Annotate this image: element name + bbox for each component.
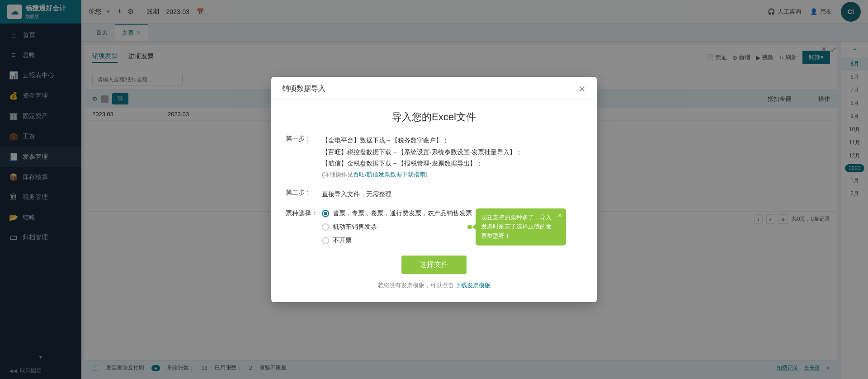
step1-content: 【全电平台】数据下载→【税务数字账户】； 【百旺】税控盘数据下载→【系统设置-系… (322, 135, 522, 180)
radio-motor[interactable]: 机动车销售发票 现在支持的票种多了，导入发票时别忘了选择正确的发票类型呀！ ✕ (322, 223, 472, 231)
step1-hint: (详细操作见百旺/航信发票数据下载指南) (322, 169, 522, 180)
radio-normal[interactable]: 普票，专票，卷票，通行费发票，农产品销售发票 (322, 209, 472, 218)
modal-step2-row: 第二步： 直接导入文件，无需整理 (286, 189, 582, 200)
radio-normal-circle (322, 210, 329, 217)
modal-close-btn[interactable]: ✕ (578, 85, 586, 94)
select-file-btn[interactable]: 选择文件 (401, 256, 467, 274)
radio-motor-circle (322, 223, 329, 231)
radio-group: 普票，专票，卷票，通行费发票，农产品销售发票 机动车销售发票 (322, 209, 472, 245)
tooltip-text: 现在支持的票种多了，导入发票时别忘了选择正确的发票类型呀！ (481, 213, 552, 239)
step2-content: 直接导入文件，无需整理 (322, 189, 392, 200)
tooltip-arrow (472, 224, 476, 230)
modal-body: 导入您的Excel文件 第一步： 【全电平台】数据下载→【税务数字账户】； 【百… (271, 99, 597, 302)
radio-motor-label: 机动车销售发票 (333, 223, 377, 231)
modal-excel-title: 导入您的Excel文件 (286, 110, 582, 124)
modal-footer-hint: 若您没有发票模版，可以点击 下载发票模版 (286, 281, 582, 289)
step1-line3: 【航信】金税盘数据下载→【报税管理-发票数据导出】； (322, 158, 522, 169)
tooltip-container: 现在支持的票种多了，导入发票时别忘了选择正确的发票类型呀！ ✕ (476, 208, 566, 245)
modal-overlay: 销项数据导入 ✕ 导入您的Excel文件 第一步： 【全电平台】数据下载→【税务… (0, 0, 868, 379)
ticket-selection: 票种选择： 普票，专票，卷票，通行费发票，农产品销售发票 机动车销售发票 (286, 209, 582, 245)
radio-normal-label: 普票，专票，卷票，通行费发票，农产品销售发票 (333, 209, 472, 218)
ticket-row: 票种选择： 普票，专票，卷票，通行费发票，农产品销售发票 机动车销售发票 (286, 209, 582, 245)
modal-step1: 第一步： 【全电平台】数据下载→【税务数字账户】； 【百旺】税控盘数据下载→【系… (286, 135, 582, 180)
tooltip-close-btn[interactable]: ✕ (557, 211, 562, 220)
radio-none[interactable]: 不开票 (322, 237, 472, 245)
tooltip-bubble: 现在支持的票种多了，导入发票时别忘了选择正确的发票类型呀！ ✕ (476, 208, 566, 245)
modal-header: 销项数据导入 ✕ (271, 77, 597, 99)
step1-label: 第一步： (286, 135, 318, 180)
step1-line1: 【全电平台】数据下载→【税务数字账户】； (322, 135, 522, 146)
modal-step1-row: 第一步： 【全电平台】数据下载→【税务数字账户】； 【百旺】税控盘数据下载→【系… (286, 135, 582, 180)
step2-label: 第二步： (286, 189, 318, 200)
ticket-label: 票种选择： (286, 209, 318, 245)
step1-line2: 【百旺】税控盘数据下载→【系统设置-系统参数设置-发票批量导入】； (322, 147, 522, 158)
footer-hint-text: 若您没有发票模版，可以点击 (377, 282, 454, 289)
modal-title: 销项数据导入 (282, 84, 326, 94)
radio-none-circle (322, 237, 329, 244)
modal-step2: 第二步： 直接导入文件，无需整理 (286, 189, 582, 200)
radio-none-label: 不开票 (333, 237, 352, 245)
import-modal: 销项数据导入 ✕ 导入您的Excel文件 第一步： 【全电平台】数据下载→【税务… (271, 77, 597, 302)
download-template-link[interactable]: 下载发票模版 (455, 282, 491, 289)
step1-guide-link[interactable]: 百旺/航信发票数据下载指南 (353, 171, 425, 178)
